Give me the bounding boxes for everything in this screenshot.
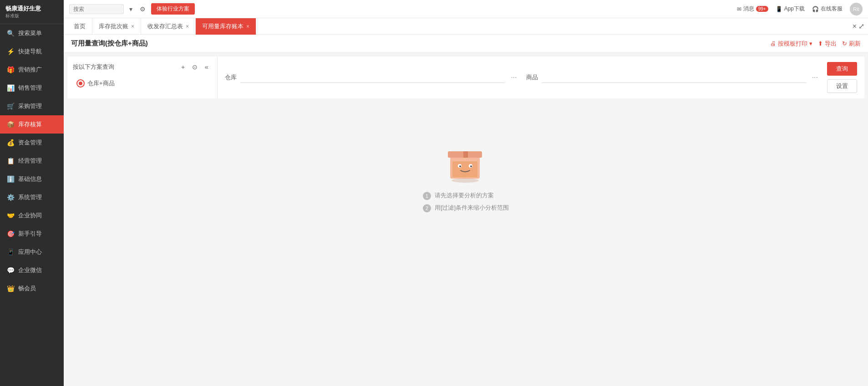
maximize-button[interactable]: ⤢ (858, 22, 864, 31)
sidebar-item-marketing[interactable]: 🎁 营销推广 (0, 61, 64, 79)
tip-2-num: 2 (423, 204, 431, 212)
filter-field-goods: 商品 ··· (526, 72, 820, 83)
sidebar-item-cooperation[interactable]: 🤝 企业协同 (0, 206, 64, 225)
message-badge: 99+ (756, 6, 768, 12)
user-avatar[interactable]: Rit (850, 3, 863, 15)
trial-button[interactable]: 体验行业方案 (151, 3, 195, 15)
print-label: 按模板打印 (778, 40, 807, 48)
app-download-button[interactable]: 📱 App下载 (776, 5, 805, 13)
edit-scheme-button[interactable]: ⊙ (190, 62, 200, 72)
sidebar-item-member[interactable]: 👑 畅会员 (0, 279, 64, 298)
print-dropdown-icon: ▾ (809, 40, 812, 47)
filter-row-1: 仓库 ··· 商品 ··· 查询 设置 (225, 62, 857, 93)
warehouse-input[interactable] (240, 72, 505, 83)
sidebar-item-label: 畅会员 (18, 284, 36, 293)
tab-collect-ledger-label: 收发存汇总表 (147, 22, 183, 31)
box-icon: 📦 (6, 120, 15, 129)
sidebar-item-label: 系统管理 (18, 193, 42, 201)
print-icon: 🖨 (770, 40, 776, 47)
message-button[interactable]: ✉ 消息 99+ (737, 5, 768, 13)
export-button[interactable]: ⬆ 导出 (818, 40, 837, 48)
goods-more-button[interactable]: ··· (810, 73, 820, 82)
sidebar-item-operations[interactable]: 📋 经营管理 (0, 152, 64, 170)
svg-point-8 (452, 178, 479, 183)
sidebar-item-sales[interactable]: 📊 销售管理 (0, 79, 64, 97)
sidebar-item-shortcut[interactable]: ⚡ 快捷导航 (0, 42, 64, 61)
scheme-item-warehouse-goods[interactable]: 仓库+商品 (73, 77, 212, 90)
filter-panel: 按以下方案查询 + ⊙ « 仓库+商品 (67, 57, 864, 98)
page-area: 可用量查询(按仓库+商品) 🖨 按模板打印 ▾ ⬆ 导出 ↻ 刷新 (64, 35, 868, 386)
online-service-button[interactable]: 🎧 在线客服 (812, 5, 843, 13)
close-all-button[interactable]: × (853, 22, 857, 31)
sidebar-item-apps[interactable]: 📱 应用中心 (0, 243, 64, 261)
filter-settings-button[interactable]: 设置 (827, 79, 857, 93)
filter-field-warehouse: 仓库 ··· (225, 72, 519, 83)
sidebar-item-basic[interactable]: ℹ️ 基础信息 (0, 170, 64, 188)
scheme-item-label: 仓库+商品 (87, 79, 115, 87)
search-icon: 🔍 (6, 29, 15, 37)
sidebar-item-label: 搜索菜单 (18, 29, 42, 37)
sidebar-item-purchase[interactable]: 🛒 采购管理 (0, 97, 64, 115)
sidebar-item-label: 基础信息 (18, 175, 42, 183)
warehouse-more-button[interactable]: ··· (509, 73, 518, 82)
sidebar-item-label: 库存核算 (18, 120, 42, 129)
mobile-icon: 📱 (6, 248, 15, 256)
sidebar-nav: 🔍 搜索菜单 ⚡ 快捷导航 🎁 营销推广 📊 销售管理 🛒 采购管理 📦 库存核… (0, 24, 64, 386)
app-name: 畅康通好生意 (5, 5, 58, 13)
page-header: 可用量查询(按仓库+商品) 🖨 按模板打印 ▾ ⬆ 导出 ↻ 刷新 (64, 35, 868, 53)
crown-icon: 👑 (6, 284, 15, 293)
empty-state: 1 请先选择要分析的方案 2 用[过滤]条件来缩小分析范围 (64, 102, 868, 249)
sidebar-item-inventory[interactable]: 📦 库存核算 (0, 115, 64, 134)
gift-icon: 🎁 (6, 66, 15, 74)
message-icon: ✉ (737, 6, 741, 12)
svg-rect-2 (463, 151, 468, 158)
target-icon: 🎯 (6, 230, 15, 238)
sidebar-item-finance[interactable]: 💰 资金管理 (0, 134, 64, 152)
user-name: Rit (853, 6, 859, 12)
settings-icon-button[interactable]: ⚙ (138, 5, 147, 14)
topbar: ▾ ⚙ 体验行业方案 ✉ 消息 99+ 📱 App下载 🎧 在线客服 Rit (64, 0, 868, 18)
message-label: 消息 (743, 5, 754, 13)
query-button[interactable]: 查询 (827, 62, 857, 76)
search-input[interactable] (69, 4, 124, 14)
cart-icon: 🛒 (6, 102, 15, 110)
tab-batch-ledger[interactable]: 库存批次账 × (92, 18, 141, 35)
svg-rect-3 (452, 161, 477, 177)
sidebar-item-label: 新手引导 (18, 230, 42, 238)
tip-1-text: 请先选择要分析的方案 (435, 191, 494, 200)
warehouse-label: 仓库 (225, 73, 237, 82)
app-download-label: App下载 (784, 5, 805, 13)
tab-collect-ledger-close[interactable]: × (186, 23, 189, 30)
goods-input[interactable] (542, 72, 807, 83)
sidebar-item-system[interactable]: ⚙️ 系统管理 (0, 188, 64, 206)
add-scheme-button[interactable]: + (178, 62, 188, 72)
page-title: 可用量查询(按仓库+商品) (71, 39, 148, 48)
export-icon: ⬆ (818, 40, 823, 47)
print-button[interactable]: 🖨 按模板打印 ▾ (770, 40, 812, 48)
tab-batch-ledger-close[interactable]: × (131, 23, 134, 30)
sidebar-item-search[interactable]: 🔍 搜索菜单 (0, 24, 64, 42)
scheme-icon (76, 79, 85, 87)
refresh-button[interactable]: ↻ 刷新 (842, 40, 861, 48)
tab-collect-ledger[interactable]: 收发存汇总表 × (141, 18, 196, 35)
collapse-button[interactable]: « (202, 62, 212, 72)
sidebar-item-label: 应用中心 (18, 248, 42, 256)
sidebar-item-newbie[interactable]: 🎯 新手引导 (0, 225, 64, 243)
dropdown-button[interactable]: ▾ (127, 5, 134, 14)
export-label: 导出 (825, 40, 837, 48)
tab-available-qty-close[interactable]: × (246, 23, 249, 30)
empty-svg (443, 139, 489, 184)
main-content: ▾ ⚙ 体验行业方案 ✉ 消息 99+ 📱 App下载 🎧 在线客服 Rit (64, 0, 868, 386)
goods-label: 商品 (526, 73, 538, 82)
topbar-right: ✉ 消息 99+ 📱 App下载 🎧 在线客服 Rit (737, 3, 863, 15)
refresh-label: 刷新 (849, 40, 861, 48)
tip-2-text: 用[过滤]条件来缩小分析范围 (435, 204, 509, 212)
filter-fields-panel: 仓库 ··· 商品 ··· 查询 设置 (218, 57, 864, 98)
sidebar-item-wechat[interactable]: 💬 企业微信 (0, 261, 64, 279)
tab-home[interactable]: 首页 (67, 18, 92, 35)
filter-scheme-panel: 按以下方案查询 + ⊙ « 仓库+商品 (67, 57, 218, 98)
tab-available-qty[interactable]: 可用量库存账本 × (196, 18, 256, 35)
chart-icon: 📊 (6, 84, 15, 92)
handshake-icon: 🤝 (6, 211, 15, 220)
tab-batch-ledger-label: 库存批次账 (99, 22, 128, 31)
